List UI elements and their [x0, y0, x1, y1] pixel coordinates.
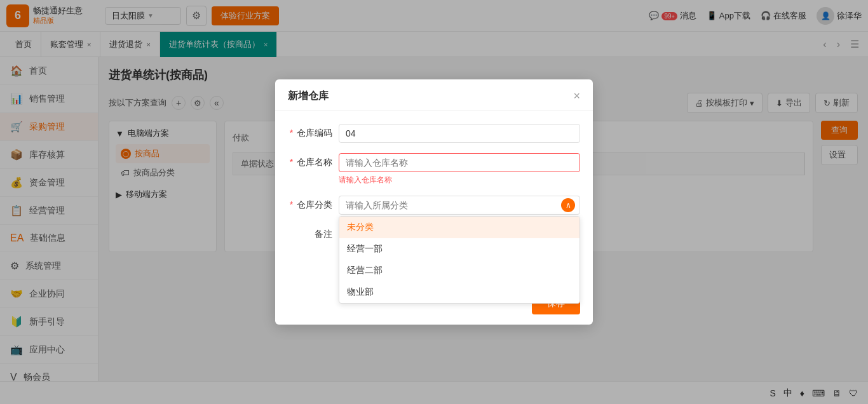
warehouse-category-row: * 仓库分类 ∧ 未分类 经营一部 经营二部 物业部: [288, 196, 580, 215]
dialog-title: 新增仓库: [288, 90, 329, 103]
warehouse-name-row: * 仓库名称 请输入仓库名称: [288, 153, 580, 185]
category-select-input[interactable]: [339, 196, 580, 215]
warehouse-name-error: 请输入仓库名称: [339, 175, 580, 185]
dialog-header: 新增仓库 ×: [275, 79, 593, 111]
dropdown-item-property[interactable]: 物业部: [339, 281, 580, 303]
warehouse-code-label: * 仓库编码: [288, 124, 339, 139]
warehouse-name-input[interactable]: [339, 153, 580, 172]
warehouse-code-wrap: [339, 124, 580, 143]
warehouse-name-wrap: 请输入仓库名称: [339, 153, 580, 185]
dialog-body: * 仓库编码 * 仓库名称 请输入仓库名称: [275, 111, 593, 285]
dropdown-item-dept1[interactable]: 经营一部: [339, 238, 580, 260]
warehouse-code-row: * 仓库编码: [288, 124, 580, 143]
warehouse-name-label: * 仓库名称: [288, 153, 339, 168]
remark-label: 备注: [288, 225, 339, 240]
modal-overlay: 新增仓库 × * 仓库编码 * 仓库名称: [0, 0, 868, 404]
dialog-close-button[interactable]: ×: [573, 90, 580, 103]
category-dropdown: 未分类 经营一部 经营二部 物业部: [339, 216, 580, 304]
category-select-wrap: ∧: [339, 196, 580, 215]
new-warehouse-dialog: 新增仓库 × * 仓库编码 * 仓库名称: [275, 79, 593, 325]
warehouse-category-wrap: ∧ 未分类 经营一部 经营二部 物业部: [339, 196, 580, 215]
dropdown-item-unclassified[interactable]: 未分类: [339, 217, 580, 238]
category-arrow-btn[interactable]: ∧: [561, 198, 575, 212]
dropdown-item-dept2[interactable]: 经营二部: [339, 260, 580, 281]
warehouse-category-label: * 仓库分类: [288, 196, 339, 211]
warehouse-code-input[interactable]: [339, 124, 580, 143]
